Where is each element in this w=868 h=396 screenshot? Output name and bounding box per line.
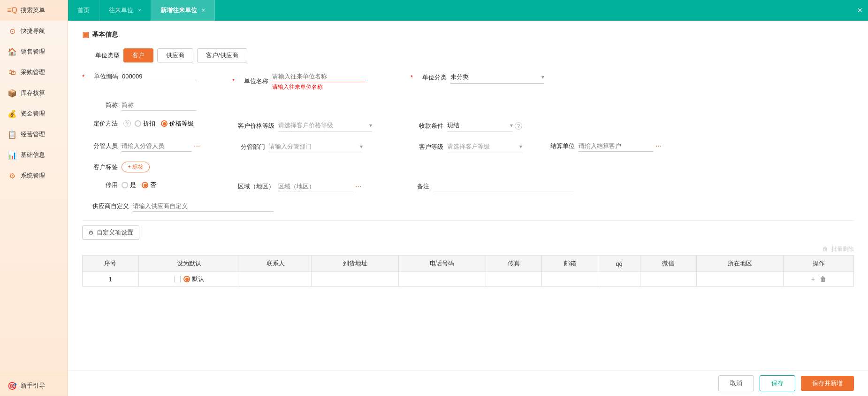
sidebar-item-quick-nav[interactable]: ⊙ 快捷导航 xyxy=(0,21,68,41)
col-email: 邮箱 xyxy=(542,256,598,272)
payment-terms-help-icon[interactable]: ? xyxy=(515,122,522,130)
tab-new-partner-close[interactable]: × xyxy=(202,7,205,14)
sidebar-item-label: 采购管理 xyxy=(21,68,45,77)
row-contact xyxy=(240,272,312,287)
sidebar-item-system-mgmt[interactable]: ⚙ 系统管理 xyxy=(0,165,68,186)
section-title-text: 基本信息 xyxy=(92,31,118,39)
sidebar-item-sales-mgmt[interactable]: 🏠 销售管理 xyxy=(0,41,68,62)
col-index: 序号 xyxy=(83,256,139,272)
sidebar-item-operations[interactable]: 📋 经营管理 xyxy=(0,124,68,145)
unit-category-select[interactable]: 未分类 ▾ xyxy=(450,71,544,84)
customer-price-level-select[interactable]: 请选择客户价格等级 ▾ xyxy=(278,119,372,132)
manager-input[interactable] xyxy=(122,140,192,152)
abbreviation-input[interactable] xyxy=(122,100,197,111)
finance-icon: 💰 xyxy=(8,109,17,118)
disable-radio-yes-label: 是 xyxy=(130,181,136,189)
supplier-custom-label: 供应商自定义 xyxy=(82,202,129,210)
region-group: 区域（地区） ··· xyxy=(232,181,411,192)
unit-code-input[interactable] xyxy=(122,71,197,82)
settlement-unit-more-btn[interactable]: ··· xyxy=(655,142,662,150)
purchase-icon: 🛍 xyxy=(8,68,17,77)
unit-name-group: * 单位名称 请输入往来单位名称 xyxy=(232,71,411,91)
settlement-unit-input[interactable] xyxy=(579,140,654,152)
supplier-custom-group: 供应商自定义 xyxy=(82,201,854,212)
disable-label: 停用 xyxy=(82,181,118,189)
disable-radio-yes[interactable]: 是 xyxy=(122,181,136,189)
row-default-label: 默认 xyxy=(192,275,204,283)
payment-terms-select[interactable]: 现结 ▾ xyxy=(447,119,513,132)
col-wechat: 微信 xyxy=(640,256,697,272)
unit-category-group: * 单位分类 未分类 ▾ xyxy=(411,71,570,84)
row-qq xyxy=(598,272,640,287)
region-input[interactable] xyxy=(278,181,353,192)
pricing-method-label: 定价方法 xyxy=(82,119,118,128)
manager-more-btn[interactable]: ··· xyxy=(194,142,200,150)
row-delete-btn[interactable]: 🗑 xyxy=(820,275,826,283)
tab-bar-close-button[interactable]: × xyxy=(857,6,862,16)
pricing-radio-level[interactable]: 价格等级 xyxy=(161,119,194,128)
pricing-row: 定价方法 ? 折扣 价格等级 客户价格等级 请选择客户价格等级 xyxy=(82,119,854,132)
sidebar-item-new-guide[interactable]: 🎯 新手引导 xyxy=(0,375,68,396)
customer-price-level-label: 客户价格等级 xyxy=(232,122,274,130)
col-fax: 传真 xyxy=(486,256,542,272)
tab-partners[interactable]: 往来单位 × xyxy=(99,0,151,21)
add-tag-button[interactable]: + 标签 xyxy=(122,162,150,172)
batch-delete-icon: 🗑 xyxy=(822,246,828,252)
pricing-help-icon[interactable]: ? xyxy=(123,120,131,127)
customer-level-arrow: ▾ xyxy=(519,143,522,150)
row-address xyxy=(312,272,399,287)
custom-settings-button[interactable]: ⚙ 自定义项设置 xyxy=(82,225,139,240)
manager-row: 分管人员 ··· 分管部门 请输入分管部门 ▾ 客户等级 请选择客户等级 ▾ xyxy=(82,140,854,153)
remarks-input[interactable] xyxy=(433,181,574,192)
row-checkbox[interactable] xyxy=(174,276,181,282)
tab-new-partner[interactable]: 新增往来单位 × xyxy=(151,0,215,21)
pricing-radio-discount[interactable]: 折扣 xyxy=(135,119,155,128)
sidebar-item-label: 经营管理 xyxy=(21,130,45,139)
row-default: 默认 xyxy=(138,272,240,287)
custom-settings-label: 自定义项设置 xyxy=(97,228,133,237)
unit-name-label: 单位名称 xyxy=(236,77,268,85)
save-button[interactable]: 保存 xyxy=(760,375,795,391)
main-area: 首页 往来单位 × 新增往来单位 × × ▣ 基本信息 单位类型 客户 供应商 … xyxy=(68,0,868,396)
col-qq: qq xyxy=(598,256,640,272)
sidebar-item-basic-info[interactable]: 📊 基础信息 xyxy=(0,145,68,165)
department-select[interactable]: 请输入分管部门 ▾ xyxy=(269,140,363,153)
disable-radio-no-circle xyxy=(142,182,148,188)
unit-name-input[interactable] xyxy=(272,71,366,82)
sidebar-item-finance[interactable]: 💰 资金管理 xyxy=(0,103,68,124)
tab-partners-close[interactable]: × xyxy=(138,7,141,14)
supplier-custom-row: 供应商自定义 xyxy=(82,201,854,212)
tab-home[interactable]: 首页 xyxy=(68,0,99,21)
region-more-btn[interactable]: ··· xyxy=(355,182,361,191)
tab-partners-label: 往来单位 xyxy=(109,6,133,15)
save-new-button[interactable]: 保存并新增 xyxy=(801,376,854,391)
disable-radio-no[interactable]: 否 xyxy=(142,181,156,189)
sidebar-item-search-menu[interactable]: ≡Q 搜索菜单 xyxy=(0,0,68,21)
region-label: 区域（地区） xyxy=(232,182,274,191)
row-phone xyxy=(399,272,486,287)
unit-name-error: 请输入往来单位名称 xyxy=(272,83,366,91)
sidebar-item-inventory[interactable]: 📦 库存核算 xyxy=(0,83,68,103)
unit-type-group: 单位类型 客户 供应商 客户/供应商 xyxy=(82,48,247,62)
col-default: 设为默认 xyxy=(138,256,240,272)
unit-btn-supplier[interactable]: 供应商 xyxy=(157,48,193,62)
unit-btn-customer-supplier[interactable]: 客户/供应商 xyxy=(197,48,247,62)
form-content: ▣ 基本信息 单位类型 客户 供应商 客户/供应商 * 单位编码 xyxy=(68,21,868,370)
unit-code-label: 单位编码 xyxy=(85,72,118,81)
cancel-button[interactable]: 取消 xyxy=(718,375,754,391)
sidebar-item-purchase-mgmt[interactable]: 🛍 采购管理 xyxy=(0,62,68,83)
unit-btn-customer[interactable]: 客户 xyxy=(123,48,153,62)
unit-category-value: 未分类 xyxy=(450,73,540,81)
row-add-btn[interactable]: + xyxy=(811,275,815,283)
disable-radio-yes-circle xyxy=(122,182,128,188)
col-contact: 联系人 xyxy=(240,256,312,272)
row-default-radio[interactable]: 默认 xyxy=(183,275,204,283)
supplier-custom-input[interactable] xyxy=(133,201,274,212)
sidebar-item-label: 基础信息 xyxy=(21,151,45,159)
batch-delete-label[interactable]: 批量删除 xyxy=(831,246,854,252)
col-address: 到货地址 xyxy=(312,256,399,272)
customer-level-select[interactable]: 请选择客户等级 ▾ xyxy=(447,140,522,153)
remarks-label: 备注 xyxy=(411,182,429,191)
customer-tag-row: 客户标签 + 标签 xyxy=(82,162,854,172)
pricing-radio-discount-label: 折扣 xyxy=(143,119,155,128)
